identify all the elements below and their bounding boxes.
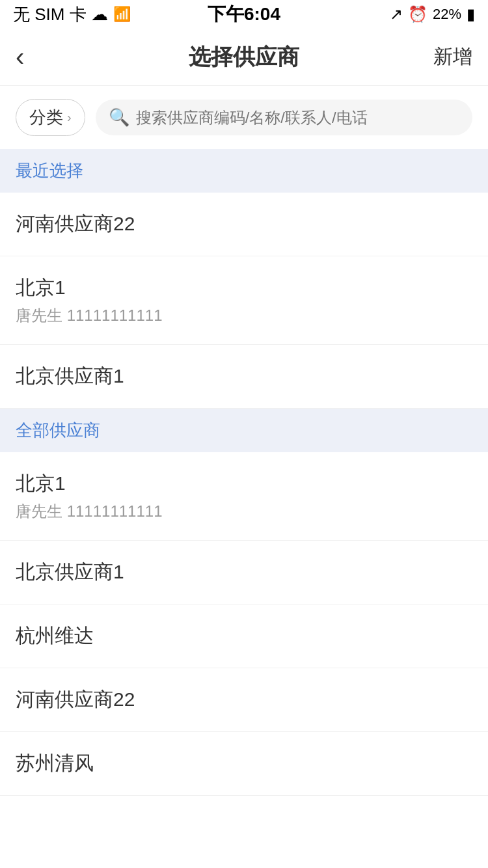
- item-sub: 唐先生 11111111111: [16, 305, 472, 326]
- recent-list-item[interactable]: 北京供应商1: [0, 345, 488, 409]
- battery-level: 22%: [433, 6, 461, 23]
- all-section-label: 全部供应商: [16, 420, 100, 440]
- search-input[interactable]: [136, 109, 459, 127]
- back-button[interactable]: ‹: [9, 36, 31, 78]
- status-left: 无 SIM 卡 ☁ 📶: [13, 3, 131, 26]
- page-title: 选择供应商: [189, 42, 299, 72]
- item-name: 河南供应商22: [16, 686, 472, 713]
- recent-list: 河南供应商22北京1唐先生 11111111111北京供应商1: [0, 193, 488, 409]
- item-name: 北京供应商1: [16, 559, 472, 586]
- all-list-item[interactable]: 北京供应商1: [0, 541, 488, 604]
- item-sub: 唐先生 11111111111: [16, 501, 472, 522]
- sim-status: 无 SIM 卡 ☁: [13, 3, 108, 26]
- item-name: 北京1: [16, 470, 472, 497]
- recent-list-item[interactable]: 北京1唐先生 11111111111: [0, 256, 488, 345]
- search-bar: 分类 › 🔍: [0, 86, 488, 149]
- all-list: 北京1唐先生 11111111111北京供应商1杭州维达河南供应商22苏州清风: [0, 452, 488, 796]
- category-button[interactable]: 分类 ›: [16, 99, 85, 136]
- wifi-icon: 📶: [113, 6, 131, 23]
- all-list-item[interactable]: 苏州清风: [0, 732, 488, 796]
- recent-section-header: 最近选择: [0, 149, 488, 193]
- item-name: 河南供应商22: [16, 211, 472, 237]
- new-add-button[interactable]: 新增: [433, 44, 472, 70]
- chevron-right-icon: ›: [67, 110, 72, 125]
- location-icon: ↗: [390, 5, 403, 23]
- item-name: 苏州清风: [16, 750, 472, 777]
- search-wrapper[interactable]: 🔍: [96, 100, 472, 135]
- all-list-item[interactable]: 杭州维达: [0, 604, 488, 668]
- battery-icon: ▮: [467, 5, 475, 23]
- category-label: 分类: [29, 106, 63, 129]
- alarm-icon: ⏰: [408, 5, 427, 23]
- all-section-header: 全部供应商: [0, 409, 488, 452]
- nav-bar: ‹ 选择供应商 新增: [0, 29, 488, 86]
- search-icon: 🔍: [109, 107, 129, 128]
- status-bar: 无 SIM 卡 ☁ 📶 下午6:04 ↗ ⏰ 22% ▮: [0, 0, 488, 29]
- all-list-item[interactable]: 北京1唐先生 11111111111: [0, 452, 488, 541]
- item-name: 杭州维达: [16, 623, 472, 649]
- recent-section-label: 最近选择: [16, 161, 83, 180]
- all-list-item[interactable]: 河南供应商22: [0, 668, 488, 732]
- item-name: 北京1: [16, 275, 472, 301]
- recent-list-item[interactable]: 河南供应商22: [0, 193, 488, 256]
- status-right: ↗ ⏰ 22% ▮: [390, 5, 475, 23]
- item-name: 北京供应商1: [16, 363, 472, 390]
- status-time: 下午6:04: [208, 2, 280, 27]
